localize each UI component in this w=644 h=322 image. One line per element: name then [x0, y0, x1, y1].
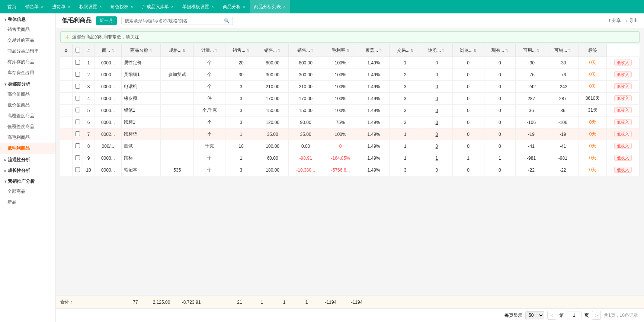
cell-check[interactable] — [72, 93, 83, 105]
th-code[interactable]: 商...⇅ — [94, 44, 122, 57]
sidebar-group-marketing[interactable]: ▾ 营销推广分析 — [0, 175, 55, 186]
sidebar-item-stock-capital[interactable]: 库存资金占用 — [0, 67, 55, 78]
sidebar-item-traded-goods[interactable]: 交易过的商品 — [0, 35, 55, 46]
row-checkbox[interactable] — [75, 143, 80, 148]
cell-check[interactable] — [72, 152, 83, 164]
nav-purchase-order[interactable]: 进货单 × — [48, 0, 74, 13]
th-sale-days[interactable]: 可销...⇅ — [547, 44, 579, 57]
cell-trade[interactable]: 0 — [421, 69, 453, 81]
sidebar-group-growth[interactable]: ▸ 成长性分析 — [0, 165, 55, 175]
row-checkbox[interactable] — [75, 108, 80, 112]
th-gross-rate[interactable]: 毛利率⇅ — [323, 44, 358, 57]
cell-trade[interactable]: 0 — [421, 105, 453, 117]
check-all[interactable] — [75, 48, 80, 52]
nav-permission-settings[interactable]: 权限设置 × — [75, 0, 106, 13]
sidebar-group-overall[interactable]: ▾ 整体信息 — [0, 13, 55, 24]
search-input[interactable] — [125, 18, 222, 23]
prev-page-button[interactable]: ＜ — [547, 311, 556, 320]
sidebar-item-low-profit[interactable]: 低毛利商品 — [0, 143, 55, 154]
nav-purchase-order-close[interactable]: × — [68, 4, 70, 9]
sidebar-item-stocked-goods[interactable]: 有库存的商品 — [0, 57, 55, 67]
th-coverage[interactable]: 覆盖...⇅ — [358, 44, 390, 57]
nav-role-auth[interactable]: 角色授权 × — [106, 0, 137, 13]
th-spec[interactable]: 规格...⇅ — [161, 44, 194, 57]
th-sale-qty[interactable]: 销售...⇅ — [225, 44, 257, 57]
sidebar-group-circulation[interactable]: ▸ 流通性分析 — [0, 154, 55, 165]
th-sale-price[interactable]: 销售...⇅ — [257, 44, 288, 57]
cell-check[interactable] — [72, 105, 83, 117]
nav-product-list-close[interactable]: × — [283, 4, 285, 9]
cell-trade[interactable]: 1 — [421, 152, 453, 164]
cell-trade[interactable]: 0 — [421, 93, 453, 105]
footer-summary: 合计： 77 2,125.00 -8,723.91 21 1 1 1 -1194… — [56, 296, 644, 308]
search-icon[interactable]: 🔍 — [224, 18, 230, 23]
nav-role-close[interactable]: × — [131, 4, 133, 9]
sidebar-item-low-value[interactable]: 低价值商品 — [0, 100, 55, 111]
cell-price: 100.00 — [257, 140, 288, 152]
page-header: 低毛利商品 近一月 🔍 ⤴ 分享 ↓ 导出 — [56, 13, 644, 28]
th-stock-avail[interactable]: 可用...⇅ — [516, 44, 547, 57]
cell-check[interactable] — [72, 57, 83, 69]
nav-product-in[interactable]: 产成品入库单 × — [138, 0, 178, 13]
nav-product-analysis-close[interactable]: × — [243, 4, 245, 9]
sidebar-item-high-value[interactable]: 高价值商品 — [0, 89, 55, 100]
th-trade[interactable]: 交易...⇅ — [390, 44, 421, 57]
nav-product-in-close[interactable]: × — [171, 4, 173, 9]
row-checkbox[interactable] — [75, 167, 80, 172]
cell-sale-pct: -164.85% — [323, 152, 358, 164]
nav-sales-order-close[interactable]: × — [41, 4, 43, 9]
row-checkbox[interactable] — [75, 72, 80, 77]
row-checkbox[interactable] — [75, 119, 80, 124]
cell-check[interactable] — [72, 69, 83, 81]
sidebar-group-scarcity[interactable]: ▾ 类鄙度分析 — [0, 78, 55, 89]
cell-check[interactable] — [72, 81, 83, 93]
nav-product-analysis[interactable]: 商品分析 × — [218, 0, 250, 13]
th-name[interactable]: 商品名称⇅ — [122, 44, 161, 57]
sidebar-item-high-profit[interactable]: 高毛利商品 — [0, 132, 55, 143]
nav-product-analysis-list[interactable]: 商品分析列表 × — [250, 0, 290, 13]
sidebar-item-all-goods[interactable]: 全部商品 — [0, 186, 55, 197]
row-checkbox[interactable] — [75, 155, 80, 160]
cell-trade[interactable]: 0 — [421, 117, 453, 128]
cell-trade[interactable]: 0 — [421, 164, 453, 176]
cell-code: 0000... — [94, 152, 122, 164]
per-page-select[interactable]: 50 100 200 — [525, 311, 544, 319]
nav-permission-close[interactable]: × — [99, 4, 102, 9]
th-check[interactable] — [72, 44, 83, 57]
sidebar-item-sales-goods[interactable]: 销售类商品 — [0, 24, 55, 35]
page-number-input[interactable] — [567, 312, 581, 319]
row-checkbox[interactable] — [75, 84, 80, 89]
nav-home[interactable]: 首页 — [3, 0, 21, 13]
th-settings[interactable]: ⚙ — [60, 44, 72, 57]
nav-template-settings[interactable]: 单据模板设置 × — [178, 0, 218, 13]
cell-trade[interactable]: 0 — [421, 140, 453, 152]
cell-spec — [161, 105, 194, 117]
row-checkbox[interactable] — [75, 60, 80, 65]
cell-trade[interactable]: 0 — [421, 57, 453, 69]
next-page-button[interactable]: ＞ — [592, 311, 601, 320]
total-info: 共1页，10条记录 — [604, 312, 638, 319]
share-button[interactable]: ⤴ 分享 — [608, 17, 621, 24]
th-unit[interactable]: 计量...⇅ — [194, 44, 225, 57]
export-button[interactable]: ↓ 导出 — [625, 17, 638, 24]
nav-template-close[interactable]: × — [211, 4, 214, 9]
cell-trade[interactable]: 0 — [421, 128, 453, 140]
cell-trade[interactable]: 0 — [421, 81, 453, 93]
th-sale-amt[interactable]: 销售...⇅ — [288, 44, 323, 57]
sidebar-item-category-rate[interactable]: 商品分类助销率 — [0, 46, 55, 57]
sidebar-item-new-goods[interactable]: 新品 — [0, 197, 55, 208]
row-checkbox[interactable] — [75, 131, 80, 136]
sidebar-item-low-coverage[interactable]: 低覆盖度商品 — [0, 121, 55, 132]
th-browse1[interactable]: 浏览...⇅ — [421, 44, 453, 57]
row-checkbox[interactable] — [75, 96, 80, 101]
cell-check[interactable] — [72, 140, 83, 152]
cell-check[interactable] — [72, 128, 83, 140]
period-button[interactable]: 近一月 — [96, 16, 117, 25]
sidebar-item-high-coverage[interactable]: 高覆盖度商品 — [0, 111, 55, 121]
cell-check[interactable] — [72, 164, 83, 176]
cell-check[interactable] — [72, 117, 83, 128]
th-browse2[interactable]: 浏览...⇅ — [452, 44, 484, 57]
nav-sales-order[interactable]: 销货单 × — [21, 0, 48, 13]
table-container[interactable]: ⚙ # 商...⇅ 商品名称⇅ 规格...⇅ 计量...⇅ 销售...⇅ 销售.… — [60, 44, 640, 296]
th-stock-now[interactable]: 现有...⇅ — [484, 44, 516, 57]
